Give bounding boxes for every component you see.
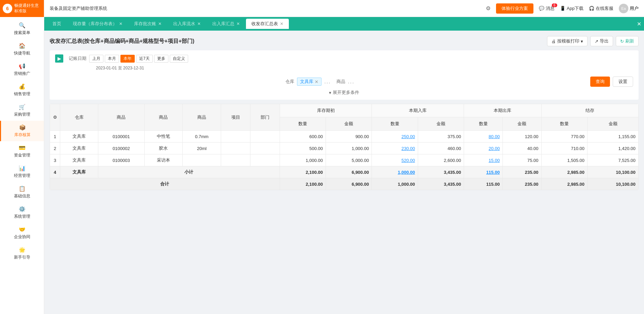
basic-icon: 📋 bbox=[19, 185, 26, 192]
sidebar-item-inventory[interactable]: 📦库存核算 bbox=[0, 121, 44, 141]
date-shortcuts: 上月 本月 本年 近7天 更多 自定义 bbox=[89, 55, 188, 63]
row-out-amt: 120.00 bbox=[502, 131, 541, 143]
sidebar-item-guide[interactable]: 🌟新手引导 bbox=[0, 243, 44, 264]
row-in-qty[interactable]: 520.00 bbox=[372, 154, 418, 166]
phone-icon: 📱 bbox=[560, 6, 565, 11]
row-bal-amt: 7,525.00 bbox=[588, 154, 639, 166]
row-out-qty[interactable]: 20.00 bbox=[464, 143, 503, 154]
total-out-amt: 235.00 bbox=[502, 178, 541, 190]
system-title: 装备及固定资产辅助管理系统 bbox=[50, 5, 480, 12]
total-bal-qty: 2,985.00 bbox=[541, 178, 587, 190]
sidebar-item-search-menu[interactable]: 🔍搜索菜单 bbox=[0, 19, 44, 39]
sidebar-item-basic[interactable]: 📋基础信息 bbox=[0, 182, 44, 202]
tab-close-recv-send-summary[interactable]: ✕ bbox=[280, 21, 283, 26]
date-filter-group: 记账日期 上月 本月 本年 近7天 更多 自定义 bbox=[69, 55, 188, 63]
total-open-qty: 2,100.00 bbox=[280, 178, 326, 190]
tab-close-inout-summary[interactable]: ✕ bbox=[236, 21, 240, 26]
sidebar-item-enterprise[interactable]: 🤝企业协同 bbox=[0, 223, 44, 243]
row-spec: 0.7mm bbox=[182, 131, 221, 143]
row-out-qty[interactable]: 15.00 bbox=[464, 154, 503, 166]
filter-settings-btn[interactable]: 设置 bbox=[613, 77, 633, 87]
sidebar-item-system[interactable]: ⚙️系统管理 bbox=[0, 202, 44, 223]
warehouse-tag: 文具库 ✕ bbox=[297, 78, 321, 86]
tab-home[interactable]: 首页 bbox=[47, 19, 67, 29]
query-btn[interactable]: 查询 bbox=[590, 77, 610, 87]
row-open-qty: 600.00 bbox=[280, 131, 326, 143]
search-menu-icon: 🔍 bbox=[19, 22, 26, 29]
row-in-amt: 460.00 bbox=[418, 143, 464, 154]
date-range-display: 2023-01-01 至 2023-12-31 bbox=[96, 66, 144, 70]
close-all-tabs-icon[interactable]: ✕ bbox=[637, 21, 641, 27]
finance-label: 资金管理 bbox=[14, 152, 30, 158]
tab-close-inout-flow[interactable]: ✕ bbox=[197, 21, 201, 26]
inventory-icon: 📦 bbox=[19, 124, 26, 131]
subtotal-in-qty[interactable]: 1,000.00 bbox=[372, 166, 418, 178]
sidebar-item-quick-nav[interactable]: 🏠快捷导航 bbox=[0, 39, 44, 60]
sidebar-item-purchase[interactable]: 🛒采购管理 bbox=[0, 100, 44, 121]
row-no: 3 bbox=[50, 154, 60, 166]
sidebar-item-marketing[interactable]: 📢营销推广 bbox=[0, 60, 44, 80]
row-in-qty[interactable]: 230.00 bbox=[372, 143, 418, 154]
tab-label-inout-flow: 出入库流水 bbox=[173, 21, 195, 27]
sidebar-item-operations[interactable]: 📊经营管理 bbox=[0, 162, 44, 182]
subtotal-label: 小计 bbox=[98, 166, 280, 178]
warehouse-tag-close-icon[interactable]: ✕ bbox=[315, 79, 318, 84]
message-btn[interactable]: 💬 消息 6 bbox=[539, 5, 555, 12]
online-service-btn[interactable]: 🎧 在线客服 bbox=[589, 5, 613, 12]
tab-inout-summary[interactable]: 出入库汇总 ✕ bbox=[207, 19, 245, 29]
product-more-icon[interactable]: ... bbox=[348, 79, 354, 85]
warehouse-more-icon[interactable]: ... bbox=[324, 79, 331, 85]
col-open-amt: 金额 bbox=[326, 117, 372, 131]
filter-toggle-btn[interactable]: ▶ bbox=[55, 54, 63, 63]
row-out-qty[interactable]: 80.00 bbox=[464, 131, 503, 143]
date-prev-month[interactable]: 上月 bbox=[89, 55, 103, 63]
row-in-amt: 375.00 bbox=[418, 131, 464, 143]
tab-recv-send-summary[interactable]: 收发存汇总表 ✕ bbox=[246, 19, 289, 29]
tab-inventory-dist[interactable]: 现存量（库存分布表） ✕ bbox=[67, 19, 128, 29]
quick-nav-label: 快捷导航 bbox=[14, 50, 30, 56]
col-bal-qty: 数量 bbox=[541, 117, 587, 131]
print-btn[interactable]: 🖨 按模板打印 ▾ bbox=[547, 36, 588, 46]
tab-close-inventory-dist[interactable]: ✕ bbox=[119, 21, 122, 26]
date-more[interactable]: 更多 bbox=[154, 55, 168, 63]
row-project bbox=[221, 143, 250, 154]
subtotal-in-amt: 3,435.00 bbox=[418, 166, 464, 178]
total-row: 合计 2,100.00 6,900.00 1,000.00 3,435.00 1… bbox=[50, 178, 639, 190]
date-this-month[interactable]: 本月 bbox=[105, 55, 119, 63]
expand-more-btn[interactable]: ▾ 展开更多条件 bbox=[329, 89, 359, 96]
tab-label-home: 首页 bbox=[52, 21, 61, 27]
row-bal-amt: 1,420.00 bbox=[588, 143, 639, 154]
subtotal-out-amt: 235.00 bbox=[502, 166, 541, 178]
date-custom[interactable]: 自定义 bbox=[170, 55, 188, 63]
subtotal-open-qty: 2,100.00 bbox=[280, 166, 326, 178]
tab-close-batch[interactable]: ✕ bbox=[158, 21, 162, 26]
tab-bar: 首页现存量（库存分布表） ✕库存批次账 ✕出入库流水 ✕出入库汇总 ✕收发存汇总… bbox=[44, 17, 644, 31]
logo-text: 畅捷通好生意 标准版 bbox=[14, 3, 39, 14]
export-btn[interactable]: ↗ 导出 bbox=[590, 36, 613, 46]
app-download-btn[interactable]: 📱 App下载 bbox=[560, 5, 583, 12]
date-this-year[interactable]: 本年 bbox=[120, 55, 135, 63]
tab-inout-flow[interactable]: 出入库流水 ✕ bbox=[168, 19, 206, 29]
sidebar-item-sales[interactable]: 💰销售管理 bbox=[0, 80, 44, 100]
row-dept bbox=[250, 131, 280, 143]
subtotal-out-qty[interactable]: 115.00 bbox=[464, 166, 503, 178]
trial-btn[interactable]: 体验行业方案 bbox=[496, 3, 533, 14]
guide-icon: 🌟 bbox=[19, 247, 26, 253]
col-group-out: 本期出库 bbox=[464, 104, 541, 117]
refresh-btn[interactable]: ↻ 刷新 bbox=[616, 36, 639, 46]
sidebar-item-finance[interactable]: 💳资金管理 bbox=[0, 141, 44, 162]
row-open-qty: 500.00 bbox=[280, 143, 326, 154]
date-last-7-days[interactable]: 近7天 bbox=[136, 55, 153, 63]
settings-icon[interactable]: ⚙ bbox=[486, 5, 491, 12]
row-in-qty[interactable]: 250.00 bbox=[372, 131, 418, 143]
tab-batch[interactable]: 库存批次账 ✕ bbox=[129, 19, 167, 29]
row-code: 0100002 bbox=[98, 143, 144, 154]
row-product: 中性笔 bbox=[144, 131, 182, 143]
filter-panel: ▶ 记账日期 上月 本月 本年 近7天 更多 自定义 2023-01-01 至 … bbox=[50, 50, 639, 100]
user-menu[interactable]: Ea 用户 bbox=[619, 4, 639, 13]
row-open-amt: 5,000.00 bbox=[326, 154, 372, 166]
app-logo: 6 畅捷通好生意 标准版 bbox=[0, 0, 44, 17]
purchase-label: 采购管理 bbox=[14, 112, 30, 117]
col-settings[interactable]: ⚙ bbox=[50, 104, 60, 131]
table-row: 1 文具库 0100001 中性笔 0.7mm 600.00 900.00 25… bbox=[50, 131, 639, 143]
